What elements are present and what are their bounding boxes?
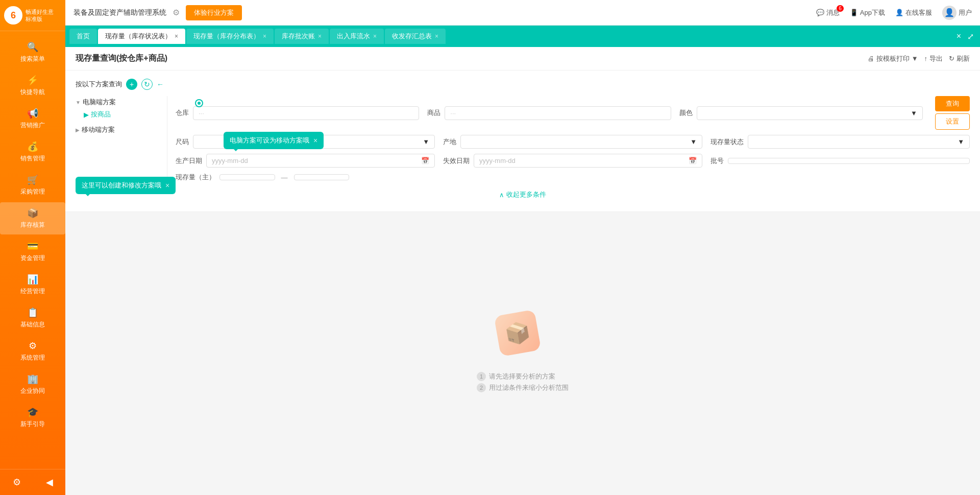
scheme-desktop[interactable]: ▼ 电脑端方案	[76, 96, 161, 108]
tab-in-out-flow-close[interactable]: ×	[373, 33, 377, 40]
filter-field-prod-date: 生产日期 yyyy-mm-dd 📅	[176, 154, 435, 168]
app-download-item[interactable]: 📱 App下载	[850, 8, 885, 17]
sidebar-item-label: 快捷导航	[20, 88, 45, 97]
sidebar-item-quick-nav[interactable]: ⚡ 快捷导航	[0, 69, 65, 102]
refresh-label: 刷新	[957, 54, 970, 63]
tip-text-2: 用过滤条件来缩小分析范围	[489, 383, 569, 392]
sidebar-item-marketing[interactable]: 📢 营销推广	[0, 103, 65, 135]
create-scheme-close[interactable]: ×	[165, 181, 169, 190]
user-avatar: 👤	[942, 6, 957, 20]
sidebar-item-label: 经营管理	[20, 287, 45, 296]
print-label: 按模板打印	[876, 54, 910, 63]
reset-button[interactable]: 设置	[935, 113, 970, 130]
search-button[interactable]: 查询	[935, 96, 970, 111]
settings-icon[interactable]: ⚙	[173, 8, 180, 17]
color-select[interactable]: ▼	[697, 106, 923, 120]
maximize-btn[interactable]: ⤢	[965, 30, 976, 43]
tab-inventory-status[interactable]: 现存量（库存状况表） ×	[98, 29, 185, 44]
refresh-action[interactable]: ↻ 刷新	[949, 54, 970, 63]
filter-arrow-btn[interactable]: ←	[157, 80, 164, 88]
close-all-tabs-btn[interactable]: ×	[954, 30, 963, 43]
trial-button[interactable]: 体验行业方案	[186, 5, 242, 20]
sidebar-item-basic[interactable]: 📋 基础信息	[0, 302, 65, 334]
message-item[interactable]: 💬 消息 6	[816, 8, 840, 17]
scheme-selected-indicator: ▶	[84, 111, 89, 119]
tabs-actions: × ⤢	[954, 30, 976, 43]
sidebar-nav: 🔍 搜索菜单 ⚡ 快捷导航 📢 营销推广 💰 销售管理 🛒 采购管理 📦 库存核…	[0, 31, 65, 469]
tab-inventory-dist-label: 现存量（库存分布表）	[193, 32, 260, 41]
tab-in-out-flow-label: 出入库流水	[337, 32, 370, 41]
sidebar-item-guide[interactable]: 🎓 新手引导	[0, 402, 65, 434]
sidebar-item-label: 销售管理	[20, 154, 45, 163]
warehouse-label: 仓库	[176, 108, 189, 117]
settings-bottom-btn[interactable]: ⚙	[11, 475, 23, 490]
collapse-sidebar-btn[interactable]: ◀	[44, 475, 55, 490]
basic-icon: 📋	[27, 307, 38, 318]
tab-collect-summary-close[interactable]: ×	[435, 33, 438, 40]
filter-header: 按以下方案查询 + ↻ ← 电脑方案可设为移动方案哦 ×	[76, 79, 970, 90]
sidebar-item-label: 库存核算	[20, 221, 45, 229]
sidebar-item-purchase[interactable]: 🛒 采购管理	[0, 169, 65, 201]
tab-inventory-status-close[interactable]: ×	[175, 33, 178, 40]
filter-row-1: 仓库 ··· 商品 ··· 颜色	[176, 96, 970, 130]
filter-field-warehouse: 仓库 ···	[176, 106, 419, 120]
goods-input[interactable]: ···	[445, 106, 671, 120]
system-icon: ⚙	[29, 340, 37, 351]
scheme-dot-indicator	[196, 100, 202, 106]
create-scheme-tooltip: 这里可以创建和修改方案哦 ×	[76, 177, 176, 194]
exp-date-input[interactable]: yyyy-mm-dd 📅	[474, 154, 702, 168]
prod-date-input[interactable]: yyyy-mm-dd 📅	[206, 154, 435, 168]
collapse-more-btn[interactable]: ∧ 收起更多条件	[76, 186, 970, 203]
tab-home[interactable]: 首页	[69, 29, 97, 44]
topbar: 装备及固定资产辅助管理系统 ⚙ 体验行业方案 💬 消息 6 📱 App下载 👤 …	[65, 0, 980, 26]
batch-input[interactable]	[728, 158, 970, 164]
tab-batch-ledger-close[interactable]: ×	[318, 33, 322, 40]
print-action[interactable]: 🖨 按模板打印 ▼	[868, 54, 918, 63]
filter-field-batch: 批号	[710, 156, 970, 166]
sidebar-logo: 6 畅通好生意 标准版	[0, 0, 65, 31]
scheme-desktop-child-1[interactable]: ▶ 按商品	[84, 108, 161, 121]
filter-refresh-btn[interactable]: ↻	[141, 79, 153, 90]
stock-qty-max[interactable]	[294, 174, 350, 180]
sidebar-item-search[interactable]: 🔍 搜索菜单	[0, 36, 65, 68]
stock-status-select[interactable]: ▼	[748, 135, 970, 149]
sidebar-item-operations[interactable]: 📊 经营管理	[0, 269, 65, 301]
filter-label: 按以下方案查询	[76, 80, 122, 89]
sidebar-item-enterprise[interactable]: 🏢 企业协同	[0, 368, 65, 400]
warehouse-input[interactable]: ···	[193, 106, 419, 120]
inventory-icon: 📦	[27, 207, 38, 219]
tab-inventory-dist[interactable]: 现存量（库存分布表） ×	[186, 29, 274, 44]
tab-batch-ledger[interactable]: 库存批次账 ×	[275, 29, 329, 44]
refresh-icon: ↻	[949, 55, 954, 62]
filter-add-btn[interactable]: +	[126, 79, 137, 90]
logo-text: 畅通好生意 标准版	[26, 8, 54, 23]
sidebar-item-finance[interactable]: 💳 资金管理	[0, 235, 65, 268]
online-service-item[interactable]: 👤 在线客服	[895, 8, 932, 17]
tip-num-2: 2	[477, 383, 486, 392]
tab-inventory-dist-close[interactable]: ×	[263, 33, 266, 40]
empty-illustration: 📦	[497, 313, 548, 364]
origin-select-arrow: ▼	[690, 138, 697, 146]
origin-select[interactable]: ▼	[460, 135, 702, 149]
stock-status-label: 现存量状态	[710, 137, 744, 147]
tab-in-out-flow[interactable]: 出入库流水 ×	[330, 29, 384, 44]
export-action[interactable]: ↑ 导出	[924, 54, 943, 63]
sidebar-item-system[interactable]: ⚙ 系统管理	[0, 335, 65, 367]
sidebar-item-inventory[interactable]: 📦 库存核算	[0, 202, 65, 234]
scheme-mobile[interactable]: ▶ 移动端方案	[76, 124, 161, 136]
prod-date-calendar-icon: 📅	[421, 157, 429, 164]
filter-field-stock-status: 现存量状态 ▼	[710, 135, 970, 149]
filter-field-goods: 商品 ···	[427, 106, 671, 120]
stock-qty-min[interactable]	[219, 174, 275, 180]
sidebar-item-sales[interactable]: 💰 销售管理	[0, 136, 65, 168]
user-item[interactable]: 👤 用户	[942, 6, 972, 20]
scheme-tooltip-close[interactable]: ×	[313, 136, 317, 145]
main-content: 装备及固定资产辅助管理系统 ⚙ 体验行业方案 💬 消息 6 📱 App下载 👤 …	[65, 0, 980, 495]
tabs-bar: 首页 现存量（库存状况表） × 现存量（库存分布表） × 库存批次账 × 出入库…	[65, 26, 980, 47]
operations-icon: 📊	[27, 274, 38, 285]
system-name: 装备及固定资产辅助管理系统	[74, 8, 166, 17]
search-btns: 查询 设置	[935, 96, 970, 130]
size-select-arrow: ▼	[423, 138, 429, 146]
origin-label: 产地	[443, 137, 456, 147]
tab-collect-summary[interactable]: 收发存汇总表 ×	[385, 29, 446, 44]
